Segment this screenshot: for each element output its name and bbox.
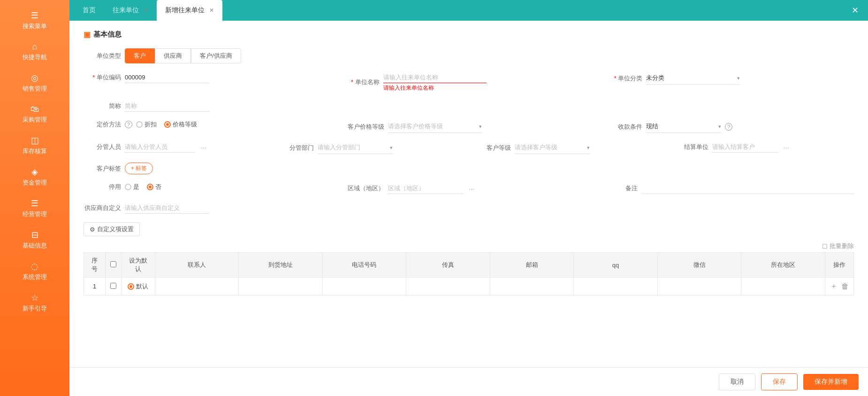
delete-row-icon[interactable]: 🗑 (841, 282, 849, 291)
disable-yes[interactable]: 是 (125, 183, 139, 191)
manager-more-btn[interactable]: ··· (199, 143, 209, 151)
unit-category-select[interactable]: 未分类 ▾ (646, 72, 740, 85)
contact-input[interactable] (160, 283, 234, 290)
manager-group: 分管人员 ··· (84, 141, 262, 153)
unit-name-field-wrapper: 请输入往来单位名称 (383, 72, 487, 92)
save-new-button[interactable]: 保存并新增 (803, 374, 859, 390)
qq-input[interactable] (579, 283, 653, 290)
cell-area[interactable] (741, 278, 825, 295)
tab-partners[interactable]: 往来单位 ✕ (104, 0, 157, 21)
sidebar-item-quick-nav[interactable]: ⌂ 快捷导航 (0, 36, 69, 67)
payment-help-icon[interactable]: ? (725, 123, 732, 131)
tab-new-partner-close[interactable]: ✕ (209, 7, 214, 14)
col-area: 所在地区 (741, 253, 825, 278)
cell-wechat[interactable] (657, 278, 741, 295)
type-btn-both[interactable]: 客户/供应商 (191, 48, 241, 63)
cell-contact[interactable] (155, 278, 239, 295)
customer-price-label: 客户价格等级 (347, 123, 384, 131)
customer-level-select[interactable]: 请选择客户等级 ▾ (515, 141, 590, 154)
cell-phone[interactable] (322, 278, 406, 295)
add-row-icon[interactable]: ＋ (830, 281, 838, 291)
type-btn-customer[interactable]: 客户 (125, 48, 155, 63)
default-radio-circle (128, 283, 134, 290)
region-input[interactable] (388, 183, 463, 194)
sidebar-item-purchase[interactable]: 🛍 采购管理 (0, 99, 69, 130)
sidebar-item-operation[interactable]: ☰ 经营管理 (0, 193, 69, 224)
cell-default: 默认 (122, 278, 155, 295)
unit-name-label: 单位名称 (347, 78, 380, 86)
unit-name-group: 单位名称 请输入往来单位名称 (328, 72, 591, 92)
cell-checkbox[interactable] (106, 278, 122, 295)
address-input[interactable] (244, 283, 318, 290)
add-tag-btn[interactable]: + 标签 (125, 163, 153, 174)
customer-level-group: 客户等级 请选择客户等级 ▾ (459, 141, 657, 154)
remark-input[interactable] (641, 183, 854, 194)
unit-type-row: 单位类型 客户 供应商 客户/供应商 (84, 48, 854, 63)
customer-level-label: 客户等级 (478, 144, 511, 152)
cell-fax[interactable] (406, 278, 490, 295)
abbr-row: 简称 (84, 101, 854, 112)
select-all-checkbox[interactable] (110, 261, 116, 267)
unit-name-input[interactable] (383, 72, 487, 83)
row-checkbox[interactable] (110, 283, 116, 289)
col-seq: 序号 (84, 253, 106, 278)
settlement-more-btn[interactable]: ··· (782, 143, 792, 151)
sidebar-item-label: 系统管理 (23, 273, 47, 281)
add-tag-label: + 标签 (131, 164, 147, 172)
row-default-radio[interactable]: 默认 (126, 282, 150, 291)
pricing-row: 定价方法 ? 折扣 价格等级 客户价格等级 请选择客户价格等级 (84, 120, 854, 133)
fax-input[interactable] (411, 283, 485, 290)
sidebar-item-label: 新手引导 (23, 304, 47, 313)
tab-bar: 首页 往来单位 ✕ 新增往来单位 ✕ ✕ (69, 0, 868, 21)
sidebar-item-system[interactable]: ◌ 系统管理 (0, 256, 69, 287)
search-menu-icon: ☰ (31, 10, 38, 21)
remark-label: 备注 (609, 184, 638, 193)
area-input[interactable] (746, 283, 820, 290)
email-input[interactable] (495, 283, 569, 290)
manager-input[interactable] (125, 141, 195, 153)
sidebar-item-basic[interactable]: ⊟ 基础信息 (0, 224, 69, 256)
cancel-button[interactable]: 取消 (719, 373, 755, 390)
region-more-btn[interactable]: ··· (467, 185, 477, 193)
sidebar-item-label: 基础信息 (23, 241, 47, 250)
phone-input[interactable] (327, 283, 402, 290)
tab-home[interactable]: 首页 (74, 0, 104, 21)
pricing-radio-level[interactable]: 价格等级 (164, 120, 197, 129)
cell-address[interactable] (239, 278, 323, 295)
action-bar: 取消 保存 保存并新增 (69, 367, 868, 396)
dept-select[interactable]: 请输入分管部门 ▾ (318, 141, 393, 154)
pricing-radio-discount[interactable]: 折扣 (136, 120, 157, 129)
settlement-input[interactable] (712, 141, 778, 153)
tab-partners-close[interactable]: ✕ (144, 7, 148, 14)
disable-no[interactable]: 否 (147, 183, 161, 191)
supplier-custom-input[interactable] (125, 202, 209, 214)
cell-qq[interactable] (574, 278, 658, 295)
type-btn-supplier[interactable]: 供应商 (155, 48, 191, 63)
unit-code-input[interactable] (125, 72, 209, 83)
sidebar-item-search[interactable]: ☰ 搜索菜单 (0, 5, 69, 36)
unit-type-btn-group: 客户 供应商 客户/供应商 (125, 48, 241, 63)
payment-select[interactable]: 现结 ▾ (646, 120, 721, 133)
sidebar-item-guide[interactable]: ☆ 新手引导 (0, 287, 69, 318)
main-area: 首页 往来单位 ✕ 新增往来单位 ✕ ✕ ▣ 基本信息 单位类型 客户 供应商 … (69, 0, 868, 396)
customer-price-group: 客户价格等级 请选择客户价格等级 ▾ (328, 120, 591, 133)
pricing-discount-label: 折扣 (145, 120, 157, 129)
dept-group: 分管部门 请输入分管部门 ▾ (262, 141, 460, 154)
save-button[interactable]: 保存 (761, 373, 798, 390)
supplier-custom-group: 供应商自定义 (84, 202, 854, 214)
cell-email[interactable] (490, 278, 574, 295)
customer-price-select[interactable]: 请选择客户价格等级 ▾ (388, 120, 482, 133)
sidebar-item-label: 库存核算 (23, 147, 47, 155)
pricing-help-icon[interactable]: ? (125, 121, 132, 128)
sidebar-item-finance[interactable]: ◈ 资金管理 (0, 161, 69, 193)
sidebar-item-sales[interactable]: ◎ 销售管理 (0, 67, 69, 99)
abbr-input[interactable] (125, 101, 209, 112)
batch-delete-label[interactable]: 批量删除 (830, 242, 854, 250)
tab-new-partner[interactable]: 新增往来单位 ✕ (157, 0, 222, 21)
abbr-group: 简称 (84, 101, 854, 112)
wechat-input[interactable] (662, 283, 737, 290)
sidebar-item-inventory[interactable]: ◫ 库存核算 (0, 130, 69, 161)
dept-label: 分管部门 (281, 144, 314, 152)
close-all-tabs[interactable]: ✕ (847, 5, 863, 16)
custom-settings-btn[interactable]: ⚙ 自定义项设置 (84, 222, 140, 236)
